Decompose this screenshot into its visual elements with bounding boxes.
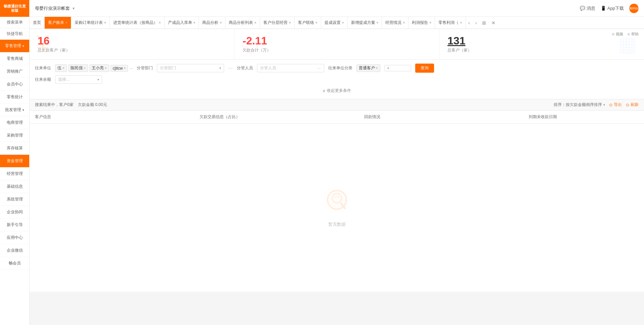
- tabs-menu-btn[interactable]: ⊞: [479, 20, 489, 26]
- table-body: 暂无数据: [30, 123, 644, 292]
- tab-close-icon[interactable]: ×: [289, 21, 291, 25]
- sidebar-item-enterprise-collab[interactable]: 企业协同: [0, 206, 29, 219]
- tab-profit-report[interactable]: 利润报告 ×: [409, 17, 435, 29]
- tag-close-cjttcw[interactable]: ×: [124, 66, 126, 70]
- tab-product-inbound[interactable]: 产成品入库单 ×: [165, 17, 199, 29]
- sidebar-item-member-center[interactable]: 会员中心: [0, 78, 29, 91]
- table-col-repayment: 回款情况: [364, 114, 529, 120]
- tab-close-icon[interactable]: ×: [254, 21, 256, 25]
- logo-text: 畅捷通好生意 标版: [4, 4, 26, 13]
- tab-operations[interactable]: 经营情况 ×: [382, 17, 409, 29]
- tab-home[interactable]: 首页: [30, 17, 45, 29]
- tag-label: 王小亮: [92, 65, 104, 71]
- sidebar-item-finance-mgmt[interactable]: 资金管理: [0, 155, 29, 168]
- tab-purchase-order[interactable]: 采购订单统计表 ×: [71, 17, 110, 29]
- tab-new-commission-plan[interactable]: 新增提成方案 ×: [348, 17, 382, 29]
- tab-retail-profit[interactable]: 零售利润（ ×: [435, 17, 466, 29]
- sidebar-item-wholesale-mgmt[interactable]: 批发管理 ▾: [0, 104, 29, 116]
- tag-close-normal-customer[interactable]: ×: [376, 66, 378, 70]
- collapse-text: 收起更多条件: [327, 88, 351, 94]
- stat-bg-icon-diamond: ◇: [241, 30, 259, 58]
- tab-customer-contact[interactable]: 客户联络 ×: [295, 17, 321, 29]
- tab-goods-analysis-list[interactable]: 商品分析列表 ×: [225, 17, 260, 29]
- tag-close-wu[interactable]: ×: [62, 66, 65, 70]
- sidebar-item-newbie-guide[interactable]: 新手引导: [0, 219, 29, 231]
- unit-type-chevron: ▾: [387, 66, 389, 70]
- stat-label-overdue-customers: 总欠款客户（家）: [38, 47, 226, 53]
- sidebar-item-retail-shop[interactable]: 零售商城: [0, 52, 29, 65]
- export-btn[interactable]: ⊙ 导出: [609, 102, 622, 108]
- tab-close-icon[interactable]: ×: [342, 21, 344, 25]
- tab-customer-tier[interactable]: 客户分层经营 ×: [260, 17, 295, 29]
- tabs-next-btn[interactable]: ›: [473, 20, 480, 26]
- messages-btn[interactable]: 💬 消息: [580, 5, 595, 11]
- empty-text: 暂无数据: [328, 221, 346, 227]
- content-area: ¥ 16 总欠款客户（家） ◇ -2.11 欠款合计（万） ▦ 131 总客户（…: [30, 29, 644, 325]
- person-placeholder: 分管人员: [260, 65, 276, 71]
- unit-type-dropdown[interactable]: ▾: [384, 65, 411, 71]
- query-button[interactable]: 查询: [415, 64, 434, 73]
- balance-filter-select[interactable]: 选择... ▾: [55, 75, 102, 84]
- person-clear-icon[interactable]: ···: [317, 66, 321, 71]
- sidebar-item-basic-info[interactable]: 基础信息: [0, 180, 29, 193]
- tab-close-icon[interactable]: ×: [159, 21, 161, 25]
- tab-close-icon[interactable]: ×: [66, 21, 68, 25]
- user-avatar-btn[interactable]: demo2: [629, 4, 639, 13]
- sidebar-item-chang-member[interactable]: 畅会员: [0, 257, 29, 270]
- tab-customer-account[interactable]: 客户账本 ×: [45, 17, 71, 29]
- tab-commission-settings[interactable]: 提成设置 ×: [321, 17, 348, 29]
- help-btn[interactable]: ⊙ 帮助: [627, 32, 639, 37]
- tag-close-chenminqiang[interactable]: ×: [84, 66, 86, 70]
- person-filter-select[interactable]: 分管人员 ···: [257, 64, 324, 72]
- tab-label: 提成设置: [325, 20, 341, 26]
- tabs-prev-btn[interactable]: ‹: [466, 20, 473, 26]
- tab-close-icon[interactable]: ×: [194, 21, 196, 25]
- balance-chevron-icon: ▾: [97, 78, 99, 81]
- sidebar-item-quick-nav[interactable]: 快捷导航: [0, 28, 29, 40]
- balance-placeholder: 选择...: [58, 77, 70, 82]
- dept-filter-select[interactable]: 分管部门 ▾: [157, 64, 224, 72]
- refresh-btn[interactable]: ⊙ 刷新: [626, 102, 639, 108]
- sort-chevron-icon: ▾: [603, 103, 605, 107]
- tab-close-icon[interactable]: ×: [315, 21, 317, 25]
- tab-goods-analysis[interactable]: 商品分析 ×: [199, 17, 225, 29]
- tab-close-icon[interactable]: ×: [377, 21, 379, 25]
- filter-section: 往来单位 伍 × 陈民强 × 王小亮 ×: [30, 60, 644, 99]
- app-download-btn[interactable]: 📱 App下载: [601, 5, 624, 11]
- sidebar-item-sys-mgmt[interactable]: 系统管理: [0, 193, 29, 206]
- store-selector-icon[interactable]: ▾: [73, 6, 75, 11]
- tab-close-icon[interactable]: ×: [104, 21, 106, 25]
- filter-row-2: 往来余额 选择... ▾: [35, 75, 639, 84]
- sidebar-item-purchase-mgmt[interactable]: 采购管理: [0, 129, 29, 142]
- sidebar-item-inventory[interactable]: 库存核算: [0, 142, 29, 155]
- filter-more-btn[interactable]: ···: [129, 66, 133, 71]
- tab-close-icon[interactable]: ×: [429, 21, 431, 25]
- tab-label: 产成品入库单: [168, 20, 192, 26]
- logo-line2: 标版: [4, 8, 26, 13]
- filter-tag-chenminqiang: 陈民强 ×: [68, 64, 88, 72]
- balance-filter-label: 往来余额: [35, 77, 51, 82]
- tag-close-wangxiaoliang[interactable]: ×: [105, 66, 107, 70]
- sidebar-item-marketing[interactable]: 营销推广: [0, 65, 29, 78]
- stats-row: ¥ 16 总欠款客户（家） ◇ -2.11 欠款合计（万） ▦ 131 总客户（…: [30, 29, 644, 60]
- results-amount-text: 欠款金额 0.00元: [78, 102, 107, 107]
- tabs-close-all-btn[interactable]: ✕: [489, 20, 498, 26]
- dept-clear-icon[interactable]: ···: [228, 65, 232, 71]
- sidebar-item-retail-stats[interactable]: 零售统计: [0, 91, 29, 104]
- tab-close-icon[interactable]: ×: [403, 21, 405, 25]
- tab-close-icon[interactable]: ×: [460, 21, 462, 25]
- collapse-filter-btn[interactable]: ∧ 收起更多条件: [35, 86, 639, 95]
- video-btn[interactable]: ⊙ 视频: [612, 32, 623, 37]
- sidebar-item-ops-mgmt[interactable]: 经营管理: [0, 168, 29, 180]
- tab-inbound-stats[interactable]: 进货单统计表（按商品） ×: [110, 17, 165, 29]
- sidebar-item-search-menu[interactable]: 搜索菜单: [0, 17, 29, 28]
- top-bar-right: 💬 消息 📱 App下载 demo2: [580, 4, 639, 13]
- tab-close-icon[interactable]: ×: [220, 21, 222, 25]
- sidebar-item-app-center[interactable]: 应用中心: [0, 231, 29, 244]
- sidebar-item-retail-mgmt[interactable]: 零售管理 ▾: [0, 40, 29, 52]
- sidebar-item-ecommerce-mgmt[interactable]: 电商管理: [0, 116, 29, 129]
- sort-btn[interactable]: 排序：按欠款金额倒序排序 ▾: [554, 102, 605, 108]
- sidebar-item-wechat-enterprise[interactable]: 企业微信: [0, 244, 29, 257]
- export-label: 导出: [614, 102, 622, 108]
- logo-line1: 畅捷通好生意: [4, 4, 26, 8]
